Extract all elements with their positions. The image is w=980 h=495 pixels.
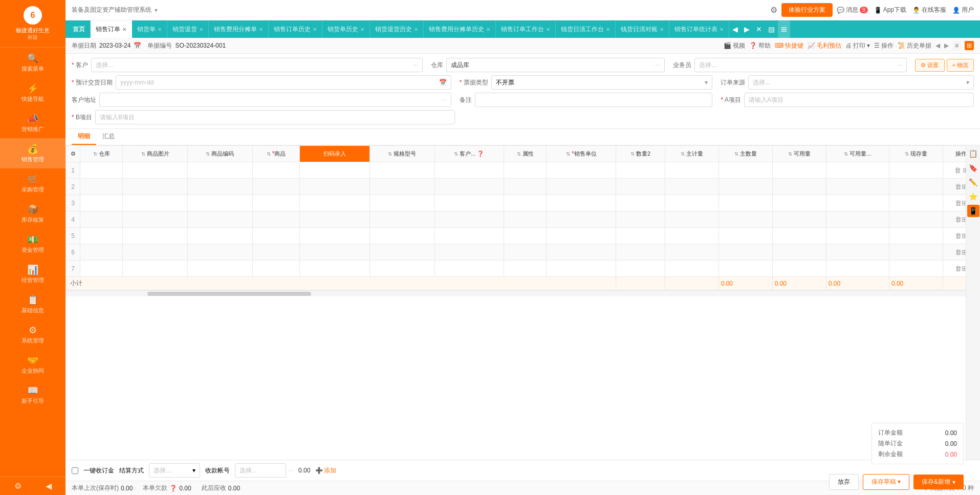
- sidebar-settings-btn[interactable]: ⚙: [14, 481, 21, 491]
- tab-home[interactable]: 首页: [68, 20, 91, 38]
- tab-nav-prev[interactable]: ◀: [729, 20, 741, 38]
- cell-code[interactable]: [188, 162, 253, 179]
- receipt-no-select[interactable]: 选择...: [235, 463, 286, 478]
- tab-close-icon[interactable]: ✕: [414, 27, 418, 32]
- tab-nav-list[interactable]: ▤: [765, 20, 778, 38]
- tab-close-icon[interactable]: ✕: [199, 27, 203, 32]
- sidebar-item-enterprise[interactable]: 🤝 企业协同: [0, 350, 66, 380]
- user-btn[interactable]: 👤 用户: [952, 6, 974, 14]
- sidebar-item-purchase[interactable]: 🛒 采购管理: [0, 168, 66, 199]
- customer-input[interactable]: 选择... ···: [91, 58, 423, 72]
- notification-btn[interactable]: 💬 消息 9: [837, 6, 868, 14]
- tab-close-icon[interactable]: ✕: [360, 27, 364, 32]
- sidebar-item-guide[interactable]: 📖 新手引导: [0, 380, 66, 410]
- cell-customer-code[interactable]: [434, 162, 504, 179]
- delete-row-icon[interactable]: 🗑: [955, 216, 962, 223]
- delete-row-icon[interactable]: 🗑: [955, 183, 962, 190]
- r-phone-icon[interactable]: 📱: [967, 205, 979, 217]
- delete-row-icon[interactable]: 🗑: [955, 199, 962, 207]
- r-star-icon[interactable]: ⭐: [967, 190, 979, 203]
- profit-action[interactable]: 📈 毛利预估: [808, 41, 841, 50]
- tab-detail[interactable]: 明细: [72, 129, 96, 145]
- sidebar-item-system[interactable]: ⚙ 系统管理: [0, 319, 66, 350]
- history-action[interactable]: 📜 历史单据: [898, 41, 931, 50]
- tab-close-icon[interactable]: ✕: [259, 27, 263, 32]
- more-action[interactable]: ☰ 操作: [874, 41, 894, 50]
- r-edit-icon[interactable]: ✏️: [967, 176, 979, 188]
- tab-sales-order-history[interactable]: 销售订单历史 ✕: [269, 20, 322, 38]
- tab-expense-history[interactable]: 销售费用分摊单历史 ✕: [424, 20, 496, 38]
- cell-spec[interactable]: [369, 162, 434, 179]
- industry-btn[interactable]: 体验行业方案: [781, 3, 833, 17]
- discard-btn[interactable]: 放弃: [829, 474, 859, 490]
- cell-goods[interactable]: [252, 162, 300, 179]
- cell-current-qty[interactable]: [889, 162, 943, 179]
- save-new-btn[interactable]: 保存&新增 ▾: [913, 475, 964, 489]
- delete-row-icon[interactable]: 🗑: [955, 248, 962, 256]
- invoice-type-select[interactable]: 不开票 ▾: [491, 75, 713, 90]
- r-clipboard-icon[interactable]: 📋: [967, 147, 979, 160]
- save-draft-btn[interactable]: 保存草稿 ▾: [863, 474, 909, 490]
- tab-daily-workbench[interactable]: 钱货日清工作台 ✕: [556, 20, 616, 38]
- tab-close-icon[interactable]: ✕: [720, 27, 724, 32]
- address-input[interactable]: ···: [99, 93, 451, 107]
- cell-image[interactable]: [123, 162, 188, 179]
- nav-prev-icon[interactable]: ◀: [935, 42, 940, 49]
- col-settings[interactable]: ⚙: [66, 146, 80, 162]
- cell-avail-qty2[interactable]: [826, 162, 889, 179]
- tab-return-history[interactable]: 销货退货历史 ✕: [370, 20, 424, 38]
- tab-nav-full[interactable]: ⊞: [778, 20, 790, 38]
- list-view-icon[interactable]: ≡: [953, 41, 961, 50]
- sidebar-item-search[interactable]: 🔍 搜索菜单: [0, 48, 66, 78]
- grid-view-icon[interactable]: ⊞: [965, 41, 974, 50]
- a-project-input[interactable]: 请输入A项目: [744, 93, 974, 107]
- sidebar-item-inventory[interactable]: 📦 库存核算: [0, 199, 66, 229]
- delete-row-icon[interactable]: 🗑: [955, 265, 962, 272]
- b-project-input[interactable]: 请输入B项目: [95, 110, 455, 124]
- print-action[interactable]: 🖨 打印 ▾: [845, 41, 870, 50]
- remarks-input[interactable]: [475, 93, 713, 107]
- tab-sales-summary[interactable]: 销售订单统计表 ✕: [669, 20, 729, 38]
- cell-avail-qty[interactable]: [772, 162, 826, 179]
- payment-method-select[interactable]: 选择... ▾: [149, 463, 200, 478]
- warehouse-input[interactable]: 成品库 ···: [446, 58, 665, 72]
- sidebar-item-sales[interactable]: 💰 销售管理: [0, 138, 66, 168]
- tab-nav-close[interactable]: ✕: [753, 20, 765, 38]
- tab-daily-reconcile[interactable]: 钱货日清对账 ✕: [616, 20, 669, 38]
- settings-icon[interactable]: ⚙: [770, 5, 777, 15]
- tab-close-icon[interactable]: ✕: [660, 27, 664, 32]
- sidebar-item-nav[interactable]: ⚡ 快捷导航: [0, 78, 66, 108]
- cell-attr[interactable]: [504, 162, 546, 179]
- order-source-select[interactable]: 选择... ▾: [748, 75, 974, 90]
- tab-sales-return[interactable]: 销货退货 ✕: [167, 20, 209, 38]
- scan-btn[interactable]: 扫码录入: [319, 149, 350, 159]
- tab-close-icon[interactable]: ✕: [122, 27, 126, 32]
- online-service-btn[interactable]: 👨‍💼 在线客服: [912, 6, 946, 14]
- tab-close-icon[interactable]: ✕: [158, 27, 162, 32]
- sidebar-item-finance[interactable]: 💵 资金管理: [0, 229, 66, 259]
- delete-row-icon[interactable]: 🗑: [954, 166, 961, 174]
- nav-next-icon[interactable]: ▶: [944, 42, 949, 49]
- r-bookmark-icon[interactable]: 🔖: [967, 162, 979, 174]
- view-action[interactable]: 🎬 视频: [724, 41, 745, 50]
- shortcuts-action[interactable]: ⌨ 快捷键: [775, 41, 803, 50]
- cell-main-unit[interactable]: [665, 162, 718, 179]
- staff-input[interactable]: 选择... ···: [694, 58, 907, 72]
- settings-btn[interactable]: ⚙ 设置: [915, 59, 944, 72]
- cell-unit[interactable]: [547, 162, 616, 179]
- cell-main-qty[interactable]: [718, 162, 772, 179]
- cell-warehouse[interactable]: [80, 162, 123, 179]
- add-receipt-btn[interactable]: ➕ 添加: [315, 466, 336, 475]
- add-goods-btn[interactable]: + 物流: [947, 59, 974, 72]
- delivery-date-input[interactable]: yyyy-mm-dd 📅: [116, 75, 451, 90]
- tab-close-icon[interactable]: ✕: [486, 27, 490, 32]
- tab-sales-slip[interactable]: 销货单 ✕: [132, 20, 167, 38]
- sidebar-collapse-btn[interactable]: ◀: [46, 481, 52, 491]
- date-picker-icon[interactable]: 📅: [134, 42, 141, 49]
- one-click-checkbox[interactable]: [72, 467, 78, 474]
- tab-sales-slip-history[interactable]: 销货单历史 ✕: [322, 20, 370, 38]
- tab-order-workbench[interactable]: 销售订单工作台 ✕: [496, 20, 556, 38]
- app-download-btn[interactable]: 📱 App下载: [874, 6, 906, 14]
- tab-sales-order[interactable]: 销售订单 ✕: [91, 20, 132, 38]
- tab-sales-expense[interactable]: 销售费用分摊单 ✕: [209, 20, 269, 38]
